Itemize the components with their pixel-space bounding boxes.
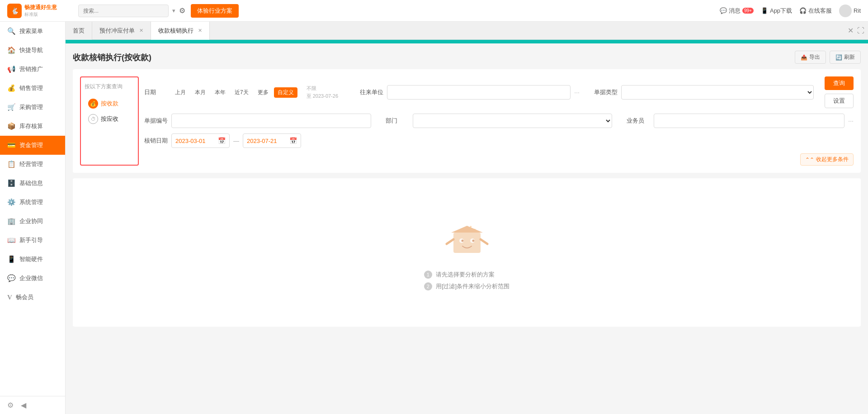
date-tab-last-month[interactable]: 上月 — [171, 87, 189, 98]
collapse-button[interactable]: ⌃⌃ 收起更多条件 — [800, 153, 854, 166]
main-content: 首页 预付冲应付单 ✕ 收款核销执行 ✕ ✕ ⛶ 收款核销执行(按收款) 📤 导… — [66, 22, 868, 414]
svg-line-7 — [481, 239, 487, 244]
tab-collection[interactable]: 收款核销执行 ✕ — [151, 22, 210, 40]
verify-date-field: 核销日期 📅 — 📅 — [144, 133, 854, 148]
sidebar-item-hardware[interactable]: 📱 智能硬件 — [0, 250, 65, 269]
sidebar-item-search-menu[interactable]: 🔍 搜索菜单 — [0, 22, 65, 41]
verify-end-input[interactable] — [247, 138, 288, 144]
box-icon: 📦 — [7, 122, 16, 130]
svg-text:✦: ✦ — [469, 225, 472, 229]
action-buttons: 查询 设置 — [825, 76, 854, 108]
svg-marker-1 — [451, 226, 483, 233]
partner-dots[interactable]: ··· — [574, 89, 580, 96]
top-bar-right: 💬 消息 99+ 📱 App下载 🎧 在线客服 Rit — [720, 5, 861, 17]
empty-tip-1: 1 请先选择要分析的方案 — [424, 271, 509, 279]
tab-prepay-close[interactable]: ✕ — [139, 28, 143, 33]
calendar-end-icon[interactable]: 📅 — [289, 137, 297, 144]
staff-input[interactable] — [654, 114, 844, 128]
collapse-row: ⌃⌃ 收起更多条件 — [144, 153, 854, 166]
app-edition: 标准版 — [24, 11, 57, 18]
tab-collection-close[interactable]: ✕ — [198, 28, 202, 33]
filter-option-by-receivable[interactable]: ⏱ 按应收 — [85, 111, 134, 127]
sidebar-item-sales[interactable]: 💰 销售管理 — [0, 79, 65, 98]
svg-line-6 — [447, 239, 453, 244]
partner-label: 往来单位 — [360, 88, 383, 96]
search-input[interactable] — [78, 5, 169, 17]
avatar — [839, 5, 852, 17]
online-service-btn[interactable]: 🎧 在线客服 — [799, 7, 832, 15]
empty-tip-2: 2 用[过滤]条件来缩小分析范围 — [424, 282, 509, 290]
sidebar-item-member[interactable]: V 畅会员 — [0, 288, 65, 307]
megaphone-icon: 📢 — [7, 65, 16, 73]
message-badge: 99+ — [742, 8, 754, 14]
chevron-up-icon: ⌃⌃ — [805, 157, 814, 163]
tab-bar: 首页 预付冲应付单 ✕ 收款核销执行 ✕ ✕ ⛶ — [66, 22, 868, 40]
export-button[interactable]: 📤 导出 — [795, 51, 826, 64]
home-icon: 🏠 — [7, 46, 16, 54]
close-tab-btn[interactable]: ✕ — [848, 26, 854, 35]
chevron-down-icon[interactable]: ▾ — [172, 7, 175, 14]
sidebar-item-purchase[interactable]: 🛒 采购管理 — [0, 98, 65, 117]
tab-prepay-label: 预付冲应付单 — [99, 27, 135, 35]
message-btn[interactable]: 💬 消息 99+ — [720, 7, 754, 15]
card-icon: 💳 — [7, 141, 16, 149]
date-tab-7days[interactable]: 近7天 — [231, 87, 252, 98]
filter-panel: 按以下方案查询 💰 按收款 ⏱ 按应收 日期 — [73, 69, 861, 173]
sidebar-item-basic-info[interactable]: 🗄️ 基础信息 — [0, 174, 65, 193]
settings-button[interactable]: 设置 — [825, 94, 854, 108]
doc-no-field: 单据编号 — [144, 114, 371, 128]
verify-date-range: 📅 — 📅 — [171, 133, 301, 148]
calendar-start-icon[interactable]: 📅 — [218, 137, 226, 144]
sidebar-item-system[interactable]: ⚙️ 系统管理 — [0, 193, 65, 212]
settings-bottom-icon[interactable]: ⚙ — [7, 401, 14, 409]
doc-no-input[interactable] — [171, 114, 371, 128]
sidebar-item-quick-nav[interactable]: 🏠 快捷导航 — [0, 41, 65, 60]
tip-num-1: 1 — [424, 271, 432, 279]
sidebar-item-operation[interactable]: 📋 经营管理 — [0, 155, 65, 174]
system-gear-icon: ⚙️ — [7, 198, 16, 206]
filter-main: 日期 上月 本月 本年 近7天 更多 自定义 不限 — [144, 76, 854, 166]
filter-option-by-collection[interactable]: 💰 按收款 — [85, 96, 134, 111]
book-icon: 📖 — [7, 236, 16, 244]
dept-select[interactable] — [413, 114, 613, 128]
date-tab-custom[interactable]: 自定义 — [274, 87, 297, 98]
refresh-button[interactable]: 🔄 刷新 — [830, 51, 861, 64]
filter-sidebar-title: 按以下方案查询 — [85, 83, 134, 90]
page-title: 收款核销执行(按收款) — [73, 52, 151, 63]
date-tab-more[interactable]: 更多 — [254, 87, 272, 98]
doc-type-field: 单据类型 — [594, 85, 814, 100]
tab-home[interactable]: 首页 — [66, 22, 92, 40]
collapse-icon[interactable]: ◀ — [21, 401, 26, 409]
sidebar-item-inventory[interactable]: 📦 库存核算 — [0, 117, 65, 136]
date-tab-this-month[interactable]: 本月 — [191, 87, 209, 98]
doc-type-select[interactable] — [621, 85, 814, 100]
date-dash: — — [233, 138, 239, 144]
expand-tab-btn[interactable]: ⛶ — [857, 27, 864, 35]
svg-text:✦: ✦ — [474, 228, 476, 231]
page-header: 收款核销执行(按收款) 📤 导出 🔄 刷新 — [73, 51, 861, 64]
date-tab-this-year[interactable]: 本年 — [211, 87, 229, 98]
gear-icon[interactable]: ⚙ — [179, 6, 185, 15]
user-area[interactable]: Rit — [839, 5, 861, 17]
filter-row-3: 核销日期 📅 — 📅 — [144, 133, 854, 148]
query-button[interactable]: 查询 — [825, 76, 854, 90]
svg-point-4 — [461, 240, 463, 242]
verify-date-label: 核销日期 — [144, 137, 168, 145]
export-icon: 📤 — [801, 54, 807, 61]
staff-dots[interactable]: ··· — [848, 117, 854, 124]
sidebar-item-wechat[interactable]: 💬 企业微信 — [0, 269, 65, 288]
app-download-btn[interactable]: 📱 App下载 — [761, 7, 792, 15]
partner-input[interactable] — [387, 85, 571, 100]
date-tabs: 上月 本月 本年 近7天 更多 自定义 — [171, 87, 297, 98]
empty-illustration: ✦ ✦ — [444, 214, 490, 260]
sidebar: 🔍 搜索菜单 🏠 快捷导航 📢 营销推广 💰 销售管理 🛒 采购管理 📦 库存核… — [0, 22, 66, 414]
sidebar-item-marketing[interactable]: 📢 营销推广 — [0, 60, 65, 79]
tab-collection-label: 收款核销执行 — [158, 27, 193, 35]
tab-prepay[interactable]: 预付冲应付单 ✕ — [92, 22, 151, 40]
industry-btn[interactable]: 体验行业方案 — [191, 4, 239, 18]
sidebar-item-enterprise[interactable]: 🏢 企业协同 — [0, 212, 65, 231]
sidebar-item-guide[interactable]: 📖 新手引导 — [0, 231, 65, 250]
app-name: 畅捷通好生意 — [24, 4, 57, 11]
verify-start-input[interactable] — [175, 138, 216, 144]
sidebar-item-finance[interactable]: 💳 资金管理 — [0, 136, 65, 155]
